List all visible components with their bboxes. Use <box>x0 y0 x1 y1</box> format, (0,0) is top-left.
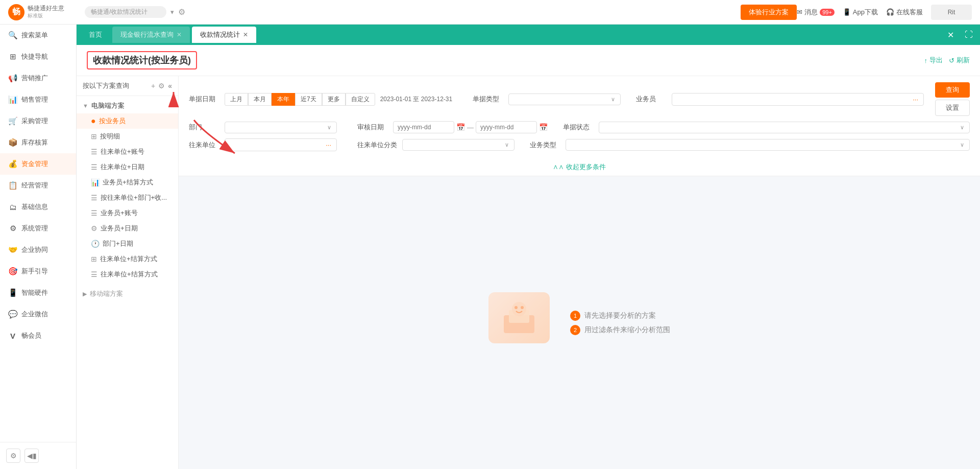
refresh-btn[interactable]: ↺ 刷新 <box>949 56 970 65</box>
finance-icon: 💰 <box>8 159 17 169</box>
basic-icon: 🗂 <box>8 202 17 212</box>
app-download-btn[interactable]: 📱 App下载 <box>843 8 878 17</box>
sidebar-item-quick-nav[interactable]: ⊞ 快捷导航 <box>0 46 76 67</box>
wechat-icon: 💬 <box>8 310 17 319</box>
query-button[interactable]: 查询 <box>935 82 970 98</box>
scheme-group-desktop: ▼ 电脑端方案 ● 按业务员 ⊞ 按明细 <box>77 96 178 284</box>
breadcrumb-dropdown[interactable]: ▾ <box>170 8 174 16</box>
scheme-item-salesman-settle[interactable]: 📊 业务员+结算方式 <box>77 175 178 190</box>
user-avatar[interactable]: Rit <box>931 5 972 20</box>
scheme-item-salesman-account[interactable]: ☰ 业务员+账号 <box>77 205 178 221</box>
salesman-account-icon: ☰ <box>91 209 97 217</box>
tab-collection[interactable]: 收款情况统计 ✕ <box>192 27 256 43</box>
sidebar-bottom: ⚙ ◀▮ <box>0 442 76 469</box>
tip-1-text: 请先选择要分析的方案 <box>584 311 656 320</box>
sidebar-item-enterprise[interactable]: 🤝 企业协同 <box>0 239 76 261</box>
tip-1: 1 请先选择要分析的方案 <box>570 311 670 321</box>
tab-bank-flow-close[interactable]: ✕ <box>177 31 182 38</box>
page-header-right: ↑ 导出 ↺ 刷新 <box>924 56 970 65</box>
top-bar: 畅 畅捷通好生意 标准版 畅捷通/收款情况统计 ▾ ⚙ 体验行业方案 ✉ 消息 … <box>0 0 980 25</box>
trial-btn[interactable]: 体验行业方案 <box>741 5 797 20</box>
date-label: 单据日期 <box>189 95 219 104</box>
tab-home[interactable]: 首页 <box>81 27 110 43</box>
sidebar-item-inventory[interactable]: 📦 库存核算 <box>0 132 76 153</box>
sidebar-item-sales[interactable]: 📊 销售管理 <box>0 89 76 110</box>
collapse-more-btn[interactable]: ∧∧ 收起更多条件 <box>179 158 980 176</box>
page-header: 收款情况统计(按业务员) ↑ 导出 ↺ 刷新 <box>77 45 980 76</box>
smart-icon: 📱 <box>8 288 17 297</box>
sidebar-item-smart[interactable]: 📱 智能硬件 <box>0 282 76 303</box>
scheme-group-desktop-header[interactable]: ▼ 电脑端方案 <box>77 98 178 113</box>
setting-button[interactable]: 设置 <box>935 100 970 116</box>
tab-bar-right: ✕ ⛶ <box>943 28 976 42</box>
partner-more-btn[interactable]: ··· <box>326 141 331 149</box>
sidebar-item-operation[interactable]: 📋 经营管理 <box>0 175 76 196</box>
scheme-item-partner-settle2[interactable]: ☰ 往来单位+结算方式 <box>77 267 178 282</box>
scheme-setting-btn[interactable]: ⚙ <box>158 82 165 90</box>
scheme-item-partner-account[interactable]: ☰ 往来单位+账号 <box>77 144 178 159</box>
sidebar-item-search[interactable]: 🔍 搜索菜单 <box>0 25 76 46</box>
dept-select[interactable]: ∨ <box>225 122 337 133</box>
date-tab-this-month[interactable]: 本月 <box>248 93 272 106</box>
scheme-add-btn[interactable]: + <box>151 82 155 90</box>
date-tab-last-month[interactable]: 上月 <box>225 93 248 106</box>
partner-label: 往来单位 <box>189 140 219 150</box>
detail-scheme-icon: ⊞ <box>91 132 97 140</box>
calendar-from-icon[interactable]: 📅 <box>456 123 465 131</box>
export-btn[interactable]: ↑ 导出 <box>924 56 943 65</box>
scheme-item-partner-settle1[interactable]: ⊞ 往来单位+结算方式 <box>77 251 178 267</box>
doc-type-select[interactable]: ∨ <box>508 93 621 105</box>
dept-chevron: ∨ <box>327 124 331 131</box>
sidebar-collapse-btn[interactable]: ◀▮ <box>24 449 39 463</box>
tab-home-label: 首页 <box>89 30 102 39</box>
scheme-item-detail[interactable]: ⊞ 按明细 <box>77 129 178 144</box>
tab-bank-flow[interactable]: 现金银行流水查询 ✕ <box>112 27 190 43</box>
sidebar-item-wechat[interactable]: 💬 企业微信 <box>0 303 76 325</box>
doc-status-select[interactable]: ∨ <box>599 122 970 133</box>
sidebar-item-system[interactable]: ⚙ 系统管理 <box>0 218 76 239</box>
partner-category-select[interactable]: ∨ <box>402 139 514 151</box>
group-expand-icon: ▼ <box>83 103 88 109</box>
enterprise-icon: 🤝 <box>8 245 17 254</box>
scheme-item-partner-dept[interactable]: ☰ 按往来单位+部门+收... <box>77 190 178 205</box>
settings-icon[interactable]: ⚙ <box>178 7 185 17</box>
scheme-item-salesman-date[interactable]: ⚙ 业务员+日期 <box>77 221 178 236</box>
salesman-label: 业务员 <box>636 95 667 104</box>
audit-date-to[interactable] <box>476 121 537 133</box>
doc-status-label: 单据状态 <box>563 123 594 132</box>
scheme-group-mobile-header[interactable]: ▶ 移动端方案 <box>77 286 178 301</box>
sidebar-item-vip[interactable]: V 畅会员 <box>0 325 76 346</box>
audit-date-label: 审核日期 <box>357 123 388 132</box>
scheme-item-dept-date[interactable]: 🕐 部门+日期 <box>77 236 178 251</box>
sidebar-item-basic[interactable]: 🗂 基础信息 <box>0 196 76 218</box>
tab-close-all-btn[interactable]: ✕ <box>943 28 958 42</box>
online-service-btn[interactable]: 🎧 在线客服 <box>886 8 923 17</box>
sidebar-item-purchase[interactable]: 🛒 采购管理 <box>0 110 76 132</box>
date-tab-custom[interactable]: 自定义 <box>346 93 375 106</box>
biz-type-select[interactable]: ∨ <box>566 139 970 151</box>
message-btn[interactable]: ✉ 消息 99+ <box>797 8 835 17</box>
sidebar-settings-btn[interactable]: ⚙ <box>6 449 20 463</box>
partner-settle1-icon: ⊞ <box>91 255 97 263</box>
doc-type-label: 单据类型 <box>473 95 503 104</box>
date-tab-this-year[interactable]: 本年 <box>272 93 295 106</box>
scheme-item-partner-date[interactable]: ☰ 往来单位+日期 <box>77 159 178 175</box>
scheme-item-salesman[interactable]: ● 按业务员 <box>77 113 178 129</box>
date-tab-more[interactable]: 更多 <box>322 93 346 106</box>
audit-date-from[interactable] <box>393 121 454 133</box>
tab-fullscreen-btn[interactable]: ⛶ <box>962 28 976 42</box>
partner-category-label: 往来单位分类 <box>357 140 397 150</box>
partner-select[interactable]: ··· <box>225 138 337 151</box>
calendar-to-icon[interactable]: 📅 <box>539 123 548 131</box>
logo-icon: 畅 <box>8 4 24 20</box>
message-icon: ✉ <box>797 8 802 16</box>
salesman-more-btn[interactable]: ··· <box>913 96 918 103</box>
date-tab-7days[interactable]: 近7天 <box>295 93 322 106</box>
salesman-select[interactable]: ··· <box>672 93 924 106</box>
sidebar-item-finance[interactable]: 💰 资金管理 <box>0 153 76 175</box>
tab-collection-close[interactable]: ✕ <box>243 31 248 38</box>
scheme-collapse-btn[interactable]: « <box>168 82 172 90</box>
sidebar-item-guide[interactable]: 🎯 新手引导 <box>0 261 76 282</box>
svg-point-3 <box>514 306 518 309</box>
sidebar-item-marketing[interactable]: 📢 营销推广 <box>0 67 76 89</box>
